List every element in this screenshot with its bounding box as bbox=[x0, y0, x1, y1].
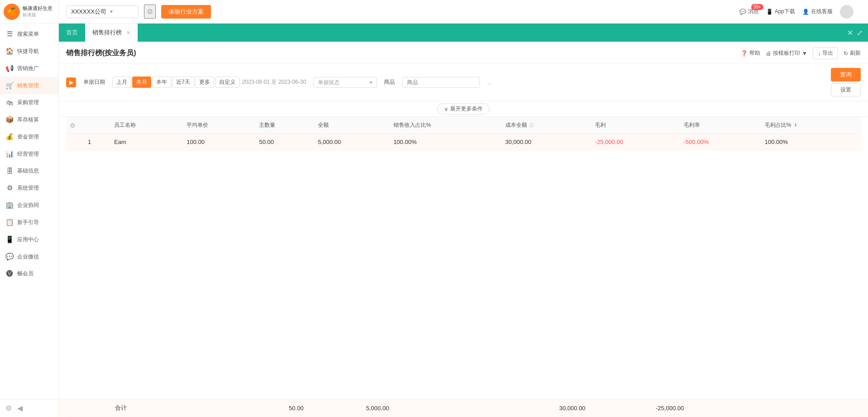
chevron-down-icon: ∨ bbox=[444, 106, 448, 112]
table-wrapper: ⚙ 员工名称 平均单价 主数量 全额 销售收入占比% 成本全额 ⓘ bbox=[59, 117, 868, 399]
sidebar-bottom: ⚙ ◀ bbox=[0, 399, 58, 417]
home-icon: 🏠 bbox=[5, 47, 14, 55]
page-actions: ❓ 帮助 🖨 按模板打印 ▼ ↓ 导出 ↻ 刷新 bbox=[741, 47, 861, 59]
sidebar-item-basic-info[interactable]: 🗄 基础信息 bbox=[0, 163, 58, 179]
goods-input[interactable] bbox=[402, 77, 480, 88]
expand-more-conditions-button[interactable]: ∨ 展开更多条件 bbox=[437, 103, 489, 115]
sidebar-item-wechat[interactable]: 💬 企业微信 bbox=[0, 248, 58, 265]
td-settings bbox=[66, 134, 84, 150]
tab-close-icon[interactable]: ✕ bbox=[126, 30, 130, 36]
content-inner: 销售排行榜(按业务员) ❓ 帮助 🖨 按模板打印 ▼ ↓ 导出 bbox=[59, 42, 868, 417]
column-settings-icon[interactable]: ⚙ bbox=[70, 122, 76, 129]
nav-tabs: 首页 销售排行榜 ✕ ✕ ⤢ bbox=[59, 24, 868, 42]
th-sales-pct: 销售收入占比% bbox=[390, 117, 502, 134]
sidebar-item-marketing[interactable]: 📢 营销推广 bbox=[0, 60, 58, 77]
nav-right-buttons: ✕ ⤢ bbox=[847, 29, 868, 37]
logo-text: 畅康通好生意 标准版 bbox=[23, 5, 53, 18]
message-button[interactable]: 💬 消息 99+ bbox=[739, 8, 759, 15]
main: XXXXXX公司 ▼ ⚙ 体验行业方案 💬 消息 99+ 📱 App下载 👤 在… bbox=[59, 0, 868, 417]
profit-pct-info-icon: ⬇ bbox=[794, 123, 797, 128]
header-right: 💬 消息 99+ 📱 App下载 👤 在线客服 bbox=[739, 5, 861, 19]
sidebar-menu: ☰ 搜索菜单 🏠 快捷导航 📢 营销推广 🛒 销售管理 🛍 采购管理 📦 库存核… bbox=[0, 24, 58, 399]
app-download-icon: 📱 bbox=[766, 9, 773, 15]
footer-empty2 bbox=[84, 399, 111, 417]
date-btn-last-month[interactable]: 上月 bbox=[112, 77, 131, 88]
refresh-icon: ↻ bbox=[844, 50, 848, 57]
sidebar-collapse-icon[interactable]: ◀ bbox=[17, 404, 23, 412]
online-service-icon: 👤 bbox=[802, 9, 809, 15]
sidebar: 🍊 畅康通好生意 标准版 ☰ 搜索菜单 🏠 快捷导航 📢 营销推广 🛒 销售管理… bbox=[0, 0, 59, 417]
sidebar-item-member[interactable]: 🅥 畅会员 bbox=[0, 265, 58, 282]
sidebar-item-guide[interactable]: 📋 新手引导 bbox=[0, 214, 58, 231]
refresh-button[interactable]: ↻ 刷新 bbox=[844, 49, 861, 57]
system-icon: ⚙ bbox=[5, 184, 14, 192]
table-row: 1 Eam 100.00 50.00 5,000.00 100.00% 30,0… bbox=[66, 134, 861, 150]
sidebar-item-purchase[interactable]: 🛍 采购管理 bbox=[0, 94, 58, 111]
help-icon: ❓ bbox=[741, 50, 748, 57]
header-settings-button[interactable]: ⚙ bbox=[144, 5, 156, 19]
app-download-button[interactable]: 📱 App下载 bbox=[766, 8, 795, 15]
sales-icon: 🛒 bbox=[5, 81, 14, 90]
sidebar-item-operations[interactable]: 📊 经营管理 bbox=[0, 145, 58, 163]
help-button[interactable]: ❓ 帮助 bbox=[741, 49, 760, 57]
sidebar-item-system[interactable]: ⚙ 系统管理 bbox=[0, 179, 58, 197]
th-total: 全额 bbox=[314, 117, 390, 134]
td-name: Eam bbox=[110, 134, 183, 150]
sidebar-item-app-center[interactable]: 📱 应用中心 bbox=[0, 231, 58, 248]
date-range-text: 2023-06-01 至 2023-06-30 bbox=[242, 78, 306, 86]
logo-icon: 🍊 bbox=[4, 4, 20, 20]
export-button[interactable]: ↓ 导出 bbox=[813, 47, 838, 59]
th-profit: 毛利 bbox=[591, 117, 680, 134]
purchase-icon: 🛍 bbox=[5, 99, 14, 106]
template-print-button[interactable]: 🖨 按模板打印 ▼ bbox=[766, 49, 807, 57]
td-total: 5,000.00 bbox=[314, 134, 390, 150]
finance-icon: 💰 bbox=[5, 133, 14, 141]
sidebar-item-sales[interactable]: 🛒 销售管理 bbox=[0, 77, 58, 94]
date-btn-more[interactable]: 更多 bbox=[195, 77, 214, 88]
enterprise-icon: 🏢 bbox=[5, 201, 14, 209]
th-settings[interactable]: ⚙ bbox=[66, 117, 84, 134]
th-profit-rate: 毛利率 bbox=[680, 117, 761, 134]
nav-close-button[interactable]: ✕ bbox=[847, 29, 853, 37]
tab-home[interactable]: 首页 bbox=[59, 24, 85, 42]
search-order-icon: ☰ bbox=[5, 30, 14, 38]
company-selector[interactable]: XXXXXX公司 ▼ bbox=[66, 5, 139, 18]
footer-cost: 30,000.00 bbox=[556, 399, 652, 417]
settings-row-button[interactable]: 设置 bbox=[831, 83, 861, 96]
cost-info-icon: ⓘ bbox=[529, 123, 534, 128]
date-label: 单据日期 bbox=[83, 78, 105, 86]
sidebar-item-quick-nav[interactable]: 🏠 快捷导航 bbox=[0, 43, 58, 60]
data-table: ⚙ 员工名称 平均单价 主数量 全额 销售收入占比% 成本全额 ⓘ bbox=[66, 117, 861, 150]
footer-row: 合计 50.00 5,000.00 30,000.00 -25,000.00 bbox=[66, 399, 861, 417]
filter-expand-arrow[interactable]: ▶ bbox=[66, 77, 76, 87]
date-btn-custom[interactable]: 自定义 bbox=[215, 77, 240, 88]
sidebar-item-enterprise[interactable]: 🏢 企业协同 bbox=[0, 197, 58, 214]
guide-icon: 📋 bbox=[5, 218, 14, 226]
sidebar-item-inventory[interactable]: 📦 库存核算 bbox=[0, 111, 58, 128]
expand-bar: ∨ 展开更多条件 bbox=[59, 101, 868, 117]
filter-bar: ▶ 单据日期 上月 本月 本年 近7天 更多 自定义 2023-06-01 至 … bbox=[59, 63, 868, 101]
sidebar-item-search-order[interactable]: ☰ 搜索菜单 bbox=[0, 25, 58, 43]
date-btn-this-month[interactable]: 本月 bbox=[132, 77, 151, 88]
print-icon: 🖨 bbox=[766, 50, 771, 57]
trial-button[interactable]: 体验行业方案 bbox=[161, 5, 211, 19]
date-btn-7days[interactable]: 近7天 bbox=[172, 77, 194, 88]
tab-sales-rank[interactable]: 销售排行榜 ✕ bbox=[85, 24, 138, 42]
inventory-icon: 📦 bbox=[5, 115, 14, 124]
td-cost: 30,000.00 bbox=[502, 134, 591, 150]
operations-icon: 📊 bbox=[5, 150, 14, 158]
online-service-button[interactable]: 👤 在线客服 bbox=[802, 8, 833, 15]
goods-label: 商品 bbox=[384, 78, 395, 86]
nav-restore-button[interactable]: ⤢ bbox=[857, 29, 863, 37]
td-sales-pct: 100.00% bbox=[390, 134, 502, 150]
query-button[interactable]: 查询 bbox=[831, 68, 861, 81]
avatar bbox=[840, 5, 854, 19]
date-btn-this-year[interactable]: 本年 bbox=[152, 77, 171, 88]
more-filters-btn[interactable]: ... bbox=[487, 79, 492, 86]
status-select[interactable] bbox=[313, 77, 377, 88]
sidebar-settings-icon[interactable]: ⚙ bbox=[5, 404, 12, 412]
sidebar-item-finance[interactable]: 💰 资金管理 bbox=[0, 128, 58, 145]
th-profit-pct: 毛利占比% ⬇ bbox=[761, 117, 861, 134]
footer-total: 5,000.00 bbox=[362, 399, 459, 417]
footer-empty bbox=[66, 399, 84, 417]
